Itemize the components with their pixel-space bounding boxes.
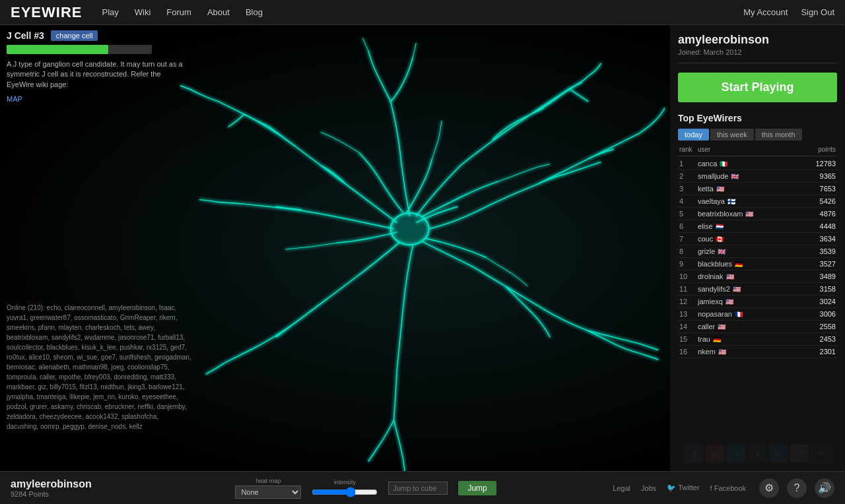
start-playing-button[interactable]: Start Playing (678, 73, 837, 102)
table-row[interactable]: 15 trau 🇩🇪 2453 (678, 333, 837, 346)
user-cell: ketta 🇺🇸 (698, 185, 796, 193)
leaderboard-list: 1 canca 🇮🇹 12783 2 smalljude 🇬🇧 9365 3 k… (678, 158, 837, 358)
points-cell: 2453 (796, 335, 836, 343)
table-row[interactable]: 11 sandylifs2 🇺🇸 3158 (678, 283, 837, 296)
footer-jobs[interactable]: Jobs (641, 484, 656, 492)
flag-icon: 🇺🇸 (716, 185, 724, 193)
rank-cell: 7 (679, 235, 698, 243)
nav-wiki[interactable]: Wiki (135, 7, 151, 17)
jump-to-cube-control (388, 482, 448, 495)
nav-about[interactable]: About (207, 7, 230, 17)
tab-today[interactable]: today (678, 129, 709, 141)
footer-twitter[interactable]: 🐦 Twitter (667, 484, 699, 492)
flag-icon: 🇬🇧 (718, 248, 726, 255)
tab-this-month[interactable]: this month (755, 129, 802, 141)
rank-cell: 8 (679, 247, 698, 255)
flag-icon: 🇬🇧 (731, 173, 739, 180)
points-cell: 4876 (796, 210, 836, 218)
user-cell: nkem 🇺🇸 (698, 348, 796, 356)
jump-to-cube-input[interactable] (388, 482, 448, 495)
cell-wiki-link[interactable]: MAP (7, 95, 22, 103)
nav-forum[interactable]: Forum (166, 7, 191, 17)
user-cell: smalljude 🇬🇧 (698, 172, 796, 180)
leaderboard-header: rank user points (678, 146, 837, 156)
table-row[interactable]: 9 blackblues 🇩🇪 3527 (678, 258, 837, 270)
tab-this-week[interactable]: this week (710, 129, 754, 141)
points-cell: 2301 (796, 348, 836, 356)
table-row[interactable]: 2 smalljude 🇬🇧 9365 (678, 170, 837, 183)
flag-icon: 🇺🇸 (726, 298, 733, 305)
points-cell: 3634 (796, 235, 836, 243)
rank-cell: 4 (679, 197, 698, 205)
nav-links: Play Wiki Forum About Blog (102, 7, 743, 17)
change-cell-button[interactable]: change cell (51, 30, 98, 41)
rank-cell: 2 (679, 172, 698, 180)
rank-cell: 1 (679, 160, 698, 168)
footer-links: Legal Jobs 🐦 Twitter f Facebook (599, 484, 759, 492)
right-panel-username: amyleerobinson (678, 33, 837, 47)
rank-cell: 14 (679, 323, 698, 331)
logo[interactable]: EYEWIRE (11, 4, 82, 21)
bottom-right-icons: ⚙ ? 🔊 (759, 478, 845, 498)
cell-header: J Cell #3 change cell (7, 30, 191, 41)
intensity-label: intensity (334, 479, 356, 486)
volume-icon[interactable]: 🔊 (815, 478, 834, 498)
table-row[interactable]: 14 caller 🇺🇸 2558 (678, 321, 837, 333)
logo-wire: WIRE (42, 4, 82, 20)
user-cell: jamiexq 🇺🇸 (698, 298, 796, 305)
table-row[interactable]: 4 vaeltaya 🇫🇮 5426 (678, 195, 837, 208)
table-row[interactable]: 3 ketta 🇺🇸 7653 (678, 183, 837, 195)
help-icon[interactable]: ? (787, 478, 807, 498)
points-cell: 3006 (796, 310, 836, 318)
flag-icon: 🇺🇸 (745, 210, 753, 218)
nav-play[interactable]: Play (102, 7, 118, 17)
heat-map-control: heat map None (235, 478, 301, 499)
intensity-slider[interactable] (312, 487, 378, 497)
rank-cell: 5 (679, 210, 698, 218)
flag-icon: 🇺🇸 (718, 348, 726, 356)
user-cell: caller 🇺🇸 (698, 323, 796, 331)
table-row[interactable]: 5 beatrixbloxam 🇺🇸 4876 (678, 208, 837, 220)
settings-icon[interactable]: ⚙ (759, 478, 779, 498)
table-row[interactable]: 6 elise 🇳🇱 4448 (678, 220, 837, 233)
sign-out-link[interactable]: Sign Out (801, 7, 834, 17)
points-cell: 7653 (796, 185, 836, 193)
jump-button[interactable]: Jump (458, 481, 496, 495)
rank-cell: 11 (679, 285, 698, 293)
user-cell: grizle 🇬🇧 (698, 247, 796, 255)
rank-cell: 6 (679, 222, 698, 230)
user-cell: blackblues 🇩🇪 (698, 260, 796, 268)
points-cell: 3539 (796, 247, 836, 255)
nav-blog[interactable]: Blog (246, 7, 263, 17)
footer-facebook[interactable]: f Facebook (710, 484, 746, 492)
flag-icon: 🇩🇪 (735, 261, 743, 268)
my-account-link[interactable]: My Account (743, 7, 788, 17)
points-cell: 3489 (796, 272, 836, 280)
rank-cell: 3 (679, 185, 698, 193)
table-row[interactable]: 7 couc 🇨🇦 3634 (678, 233, 837, 245)
points-cell: 3158 (796, 285, 836, 293)
points-cell: 4448 (796, 222, 836, 230)
heat-map-select[interactable]: None (235, 486, 301, 499)
table-row[interactable]: 13 nopasaran 🇫🇷 3006 (678, 308, 837, 321)
flag-icon: 🇫🇮 (727, 198, 735, 205)
table-row[interactable]: 16 nkem 🇺🇸 2301 (678, 346, 837, 358)
table-row[interactable]: 10 drolniak 🇺🇸 3489 (678, 270, 837, 283)
flag-icon: 🇮🇹 (720, 160, 727, 168)
online-label: Online (210): (7, 304, 45, 311)
top-eyewirers-title: Top EyeWirers (678, 113, 837, 123)
progress-bar-container (7, 45, 152, 54)
table-row[interactable]: 12 jamiexq 🇺🇸 3024 (678, 296, 837, 308)
header-user: user (698, 146, 796, 153)
header-points: points (796, 146, 836, 153)
cell-description: A J type of ganglion cell candidate. It … (7, 59, 185, 90)
bottom-bar: amyleerobinson 9284 Points heat map None… (0, 471, 845, 504)
table-row[interactable]: 8 grizle 🇬🇧 3539 (678, 245, 837, 258)
user-cell: drolniak 🇺🇸 (698, 272, 796, 280)
online-users-list: echo, claireoconnell, amyleerobinson, Is… (7, 304, 191, 430)
table-row[interactable]: 1 canca 🇮🇹 12783 (678, 158, 837, 170)
flag-icon: 🇫🇷 (735, 311, 743, 318)
footer-legal[interactable]: Legal (613, 484, 630, 492)
left-panel: J Cell #3 change cell A J type of gangli… (0, 25, 198, 110)
cell-title: J Cell #3 (7, 30, 44, 41)
